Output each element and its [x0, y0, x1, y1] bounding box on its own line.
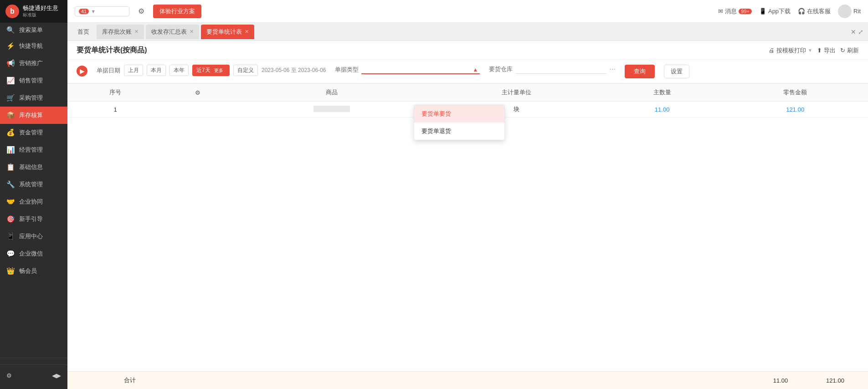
messages-button[interactable]: ✉ 消息 99+ [718, 7, 752, 15]
warehouse-input-wrapper [515, 65, 606, 74]
hot-badge: 更多 [212, 67, 226, 73]
type-select-input[interactable] [361, 65, 480, 74]
date-range-text: 2023-05-06 至 2023-06-06 [262, 67, 326, 74]
quicknav-icon: ⚡ [6, 42, 15, 50]
search-icon: 🔍 [6, 26, 15, 34]
col-header-quantity: 主数量 [602, 84, 723, 102]
tab-batch-close-icon[interactable]: ✕ [134, 29, 139, 35]
basic-icon: 📋 [6, 163, 15, 171]
sidebar-item-inventory[interactable]: 📦 库存核算 [0, 107, 67, 124]
collapse-icon: ◀▶ [52, 372, 61, 379]
refresh-icon: ↻ [840, 47, 845, 54]
sidebar-item-search[interactable]: 🔍 搜索菜单 [0, 23, 67, 37]
quantity-link[interactable]: 11.00 [655, 106, 670, 113]
col-header-settings[interactable]: ⚙ [163, 84, 232, 102]
footer-amount: 121.00 [826, 377, 844, 384]
online-service-label: 在线客服 [807, 7, 831, 15]
date-btn-7days[interactable]: 近7天 更多 [192, 65, 230, 76]
cell-quantity[interactable]: 11.00 [602, 102, 723, 118]
sidebar-basic-label: 基础信息 [19, 163, 43, 171]
tab-batch-label: 库存批次账 [102, 28, 132, 36]
appstore-icon: 📱 [6, 232, 15, 241]
tab-receivable[interactable]: 收发存汇总表 ✕ [146, 25, 199, 39]
page-actions: 🖨 按模板打印 ▼ ⬆ 导出 ↻ 刷新 [769, 46, 859, 55]
tab-close-all-icon[interactable]: ✕ [851, 28, 856, 36]
warehouse-filter-label: 要货仓库 [489, 65, 513, 73]
gear-button[interactable]: ⚙ [135, 5, 148, 18]
sidebar-item-quicknav[interactable]: ⚡ 快捷导航 [0, 37, 67, 55]
tab-fullscreen-icon[interactable]: ⤢ [858, 28, 863, 36]
user-avatar[interactable]: Rit [838, 5, 861, 18]
sidebar-quicknav-label: 快捷导航 [19, 42, 43, 50]
company-selector[interactable]: 41 ▼ [75, 6, 129, 16]
tab-batch[interactable]: 库存批次账 ✕ [97, 25, 144, 39]
sidebar-item-marketing[interactable]: 📢 营销推广 [0, 55, 67, 72]
type-select-wrapper: ▲ [361, 65, 480, 74]
sidebar-item-newbie[interactable]: 🎯 新手引导 [0, 210, 67, 228]
header-left: 41 ▼ ⚙ 体验行业方案 [75, 5, 201, 18]
query-button[interactable]: 查询 [625, 65, 655, 78]
tab-order-stat-close-icon[interactable]: ✕ [245, 29, 249, 35]
print-icon: 🖨 [769, 47, 775, 54]
trial-button[interactable]: 体验行业方案 [153, 5, 201, 18]
sidebar-divider [0, 364, 67, 365]
col-header-product: 商品 [232, 84, 431, 102]
online-service-button[interactable]: 🎧 在线客服 [798, 7, 831, 15]
sidebar: b 畅捷通好生意 标准版 🔍 搜索菜单 ⚡ 快捷导航 📢 营销推广 📈 销售管理… [0, 0, 67, 389]
collapse-button[interactable]: ◀▶ [46, 369, 67, 383]
sidebar-item-member[interactable]: 👑 畅会员 [0, 262, 67, 280]
dropdown-arrow-icon: ▼ [91, 9, 96, 14]
date-btn-this-year[interactable]: 本年 [169, 65, 189, 76]
print-button[interactable]: 🖨 按模板打印 ▼ [769, 46, 812, 55]
date-btn-this-month[interactable]: 本月 [147, 65, 166, 76]
marketing-icon: 📢 [6, 59, 15, 67]
dropdown-item-order-return[interactable]: 要货单退货 [414, 123, 504, 140]
sidebar-sales-label: 销售管理 [19, 77, 43, 85]
cell-amount[interactable]: 121.00 [723, 102, 868, 118]
table-footer: 合计 11.00 121.00 [67, 371, 868, 389]
sidebar-newbie-label: 新手引导 [19, 215, 43, 223]
sidebar-item-purchase[interactable]: 🛒 采购管理 [0, 89, 67, 107]
sidebar-item-system[interactable]: 🔧 系统管理 [0, 176, 67, 193]
col-header-unit: 主计量单位 [431, 84, 602, 102]
settings-filter-button[interactable]: 设置 [664, 65, 689, 78]
date-btn-custom[interactable]: 自定义 [233, 65, 258, 76]
sidebar-inventory-label: 库存核算 [19, 111, 43, 119]
sidebar-item-appstore[interactable]: 📱 应用中心 [0, 228, 67, 245]
phone-icon: 📱 [759, 8, 766, 15]
tab-order-stat[interactable]: 要货单统计表 ✕ [201, 25, 254, 39]
type-dropdown: 要货单要货 要货单退货 [414, 105, 505, 140]
dropdown-item-order-goods[interactable]: 要货单要货 [414, 105, 504, 123]
enterprise-icon: 🤝 [6, 198, 15, 206]
amount-link[interactable]: 121.00 [786, 106, 804, 113]
type-filter-label: 单据类型 [335, 66, 359, 74]
export-button[interactable]: ⬆ 导出 [817, 46, 836, 55]
sidebar-purchase-label: 采购管理 [19, 94, 43, 102]
page-content: 要货单统计表(按商品) 🖨 按模板打印 ▼ ⬆ 导出 ↻ 刷新 ▶ [67, 41, 868, 389]
export-label: 导出 [824, 46, 836, 55]
refresh-label: 刷新 [847, 46, 859, 55]
print-label: 按模板打印 [776, 46, 806, 55]
header-right: ✉ 消息 99+ 📱 App下载 🎧 在线客服 Rit [718, 5, 861, 18]
sidebar-item-wechat[interactable]: 💬 企业微信 [0, 245, 67, 262]
messages-badge: 99+ [739, 9, 752, 14]
warehouse-input[interactable] [515, 65, 606, 73]
warehouse-more-icon[interactable]: ··· [609, 65, 615, 73]
date-btn-last-month[interactable]: 上月 [124, 65, 143, 76]
sidebar-item-sales[interactable]: 📈 销售管理 [0, 72, 67, 89]
sidebar-item-finance[interactable]: 💰 资金管理 [0, 124, 67, 141]
sidebar-item-enterprise[interactable]: 🤝 企业协同 [0, 193, 67, 210]
filter-expand-button[interactable]: ▶ [77, 66, 87, 77]
member-icon: 👑 [6, 267, 15, 275]
refresh-button[interactable]: ↻ 刷新 [840, 46, 859, 55]
settings-button[interactable]: ⚙ [0, 369, 18, 383]
date-filter-label: 单据日期 [97, 67, 120, 75]
tab-receivable-close-icon[interactable]: ✕ [190, 29, 194, 35]
sidebar-item-operation[interactable]: 📊 经营管理 [0, 141, 67, 159]
print-dropdown-icon: ▼ [808, 48, 812, 53]
app-download-button[interactable]: 📱 App下载 [759, 7, 791, 15]
sidebar-finance-label: 资金管理 [19, 128, 43, 137]
settings-icon: ⚙ [6, 372, 12, 379]
sidebar-item-basic[interactable]: 📋 基础信息 [0, 159, 67, 176]
tab-home[interactable]: 首页 [72, 25, 95, 39]
